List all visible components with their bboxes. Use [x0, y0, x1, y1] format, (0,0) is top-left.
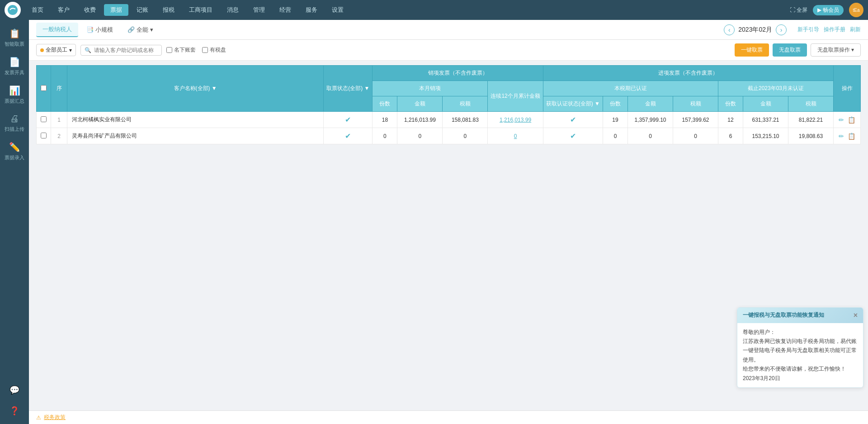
tax-policy-link[interactable]: 税务政策 [44, 414, 66, 421]
logo [5, 2, 21, 18]
main-table: 序 客户名称(全部) ▼ 取票状态(全部) ▼ 销项发票（不含作废票） 进项发票… [36, 65, 861, 144]
row-name-0: 河北柯橘枫实业有限公司 [67, 112, 324, 128]
invoice-summary-icon: 📊 [9, 85, 20, 96]
sidebar-bottom: 💬 ❓ [2, 381, 27, 419]
row-purchase-status-1: ✔ [543, 128, 603, 144]
row-sales-shares-1: 0 [373, 128, 397, 144]
notification-close-btn[interactable]: × [854, 311, 858, 319]
nav-manage[interactable]: 管理 [247, 4, 271, 16]
sidebar-item-scan-upload[interactable]: 🖨 扫描上传 [2, 110, 27, 136]
tab-all[interactable]: 🔗 全能 ▾ [121, 23, 160, 37]
checkbox-taxpad-input[interactable] [202, 47, 208, 53]
one-click-ticket-btn[interactable]: 一键取票 [735, 43, 769, 57]
detail-icon-1[interactable]: 📋 [848, 133, 855, 140]
row-status-1: ✔ [324, 128, 373, 144]
invoice-entry-icon: ✏️ [9, 142, 20, 152]
table-row: 2 灵寿县尚泽矿产品有限公司 ✔ 0 0 0 0 ✔ 0 0 0 6 153,2… [37, 128, 861, 144]
nav-settings[interactable]: 设置 [326, 4, 350, 16]
sidebar-item-invoice-summary[interactable]: 📊 票据汇总 [2, 81, 27, 108]
th-unverified: 截止2023年03月未认证 [718, 81, 834, 96]
th-index: 序 [51, 66, 67, 112]
nav-tax[interactable]: 报税 [156, 4, 181, 16]
nav-bookkeeping[interactable]: 记账 [130, 4, 155, 16]
avatar[interactable]: tEa [849, 3, 863, 17]
nav-home[interactable]: 首页 [25, 4, 50, 16]
row-index-0: 1 [51, 112, 67, 128]
row-sales-shares-0: 18 [373, 112, 397, 128]
notification-title: 一键报税与无盘取票功能恢复通知 [743, 311, 824, 319]
sidebar: 📋 智能取票 📄 发票开具 📊 票据汇总 🖨 扫描上传 ✏️ 票据录入 💬 ❓ [0, 20, 29, 424]
row-unverified-shares-0: 12 [718, 112, 743, 128]
search-box[interactable]: 🔍 [80, 45, 162, 56]
nav-business[interactable]: 工商项目 [183, 4, 219, 16]
row-sales-amount-0: 1,216,013.99 [397, 112, 443, 128]
nav-operation[interactable]: 经营 [273, 4, 297, 16]
next-month-btn[interactable]: › [776, 24, 787, 35]
scan-upload-icon: 🖨 [10, 114, 19, 124]
row-status-0: ✔ [324, 112, 373, 128]
sidebar-item-invoice-open[interactable]: 📄 发票开具 [2, 53, 27, 80]
row-purchase-shares-1: 0 [603, 128, 628, 144]
select-all-checkbox[interactable] [41, 85, 47, 91]
vip-icon: ▶ [817, 7, 821, 13]
edit-icon-1[interactable]: ✏ [839, 133, 844, 140]
nav-message[interactable]: 消息 [221, 4, 245, 16]
sidebar-item-smart-ticket[interactable]: 📋 智能取票 [2, 24, 27, 51]
row-checkbox-1[interactable] [37, 128, 51, 144]
checkbox-account-input[interactable] [166, 47, 172, 53]
checkbox-account[interactable]: 名下账套 [166, 46, 196, 54]
th-purchase-tax: 税额 [673, 96, 718, 112]
row-cumulative-0: 1,216,013.99 [488, 112, 543, 128]
th-client-name: 客户名称(全部) ▼ [67, 66, 324, 112]
new-user-guide-btn[interactable]: 新手引导 [797, 26, 819, 33]
operation-manual-btn[interactable]: 操作手册 [824, 26, 845, 33]
th-unverified-amount: 金额 [743, 96, 788, 112]
chat-icon: 💬 [9, 385, 19, 395]
detail-icon-0[interactable]: 📋 [848, 116, 855, 124]
row-action-1: ✏ 📋 [834, 128, 861, 144]
refresh-btn[interactable]: 刷新 [850, 26, 861, 33]
th-monthly-sales: 本月销项 [373, 81, 488, 96]
top-nav-right: ⛶ 全屏 ▶ 畅会员 tEa [790, 3, 863, 17]
search-input[interactable] [94, 47, 157, 53]
smart-ticket-icon: 📋 [9, 28, 20, 39]
filter-bar-right: 一键取票 无盘取票 无盘取票操作 ▾ [735, 43, 861, 57]
row-checkbox-0[interactable] [37, 112, 51, 128]
no-disk-ticket-more-btn[interactable]: 无盘取票操作 ▾ [811, 43, 861, 57]
tax-policy-icon: ⚠ [36, 414, 41, 421]
tab-general-taxpayer[interactable]: 一般纳税人 [36, 23, 78, 37]
filter-bar: 全部员工 ▾ 🔍 名下账套 有税盘 一键取票 无盘取票 无盘 [29, 40, 868, 61]
th-ticket-status: 取票状态(全部) ▼ [324, 66, 373, 112]
nav-fee[interactable]: 收费 [78, 4, 102, 16]
th-sales-group: 销项发票（不含作废票） [373, 66, 543, 81]
edit-icon-0[interactable]: ✏ [839, 116, 844, 124]
vip-btn[interactable]: ▶ 畅会员 [813, 5, 844, 15]
table-row: 1 河北柯橘枫实业有限公司 ✔ 18 1,216,013.99 158,081.… [37, 112, 861, 128]
row-unverified-tax-1: 19,808.63 [788, 128, 834, 144]
sidebar-item-invoice-entry[interactable]: ✏️ 票据录入 [2, 138, 27, 165]
row-purchase-status-0: ✔ [543, 112, 603, 128]
sidebar-help[interactable]: ❓ [2, 402, 27, 419]
invoice-open-icon: 📄 [9, 57, 20, 67]
row-action-0: ✏ 📋 [834, 112, 861, 128]
search-icon: 🔍 [85, 47, 91, 53]
nav-service[interactable]: 服务 [299, 4, 324, 16]
th-purchase-group: 进项发票（不含作废票） [543, 66, 833, 81]
prev-month-btn[interactable]: ‹ [724, 24, 735, 35]
employee-filter[interactable]: 全部员工 ▾ [36, 44, 76, 56]
th-unverified-tax: 税额 [788, 96, 834, 112]
row-purchase-shares-0: 19 [603, 112, 628, 128]
sidebar-chat[interactable]: 💬 [2, 381, 27, 399]
small-scale-icon: 📑 [86, 26, 94, 33]
nav-invoice[interactable]: 票据 [104, 4, 128, 16]
fullscreen-btn[interactable]: ⛶ 全屏 [790, 6, 807, 14]
th-sales-tax: 税额 [443, 96, 488, 112]
top-navigation: 首页 客户 收费 票据 记账 报税 工商项目 消息 管理 经营 服务 设置 ⛶ … [0, 0, 868, 20]
row-unverified-tax-0: 81,822.21 [788, 112, 834, 128]
nav-client[interactable]: 客户 [52, 4, 76, 16]
checkbox-taxpad[interactable]: 有税盘 [202, 46, 226, 54]
employee-dot [40, 48, 44, 52]
no-disk-ticket-btn[interactable]: 无盘取票 [773, 43, 807, 57]
tab-small-scale[interactable]: 📑 小规模 [80, 23, 119, 37]
th-cumulative: 连续12个月累计金额 [488, 81, 543, 112]
